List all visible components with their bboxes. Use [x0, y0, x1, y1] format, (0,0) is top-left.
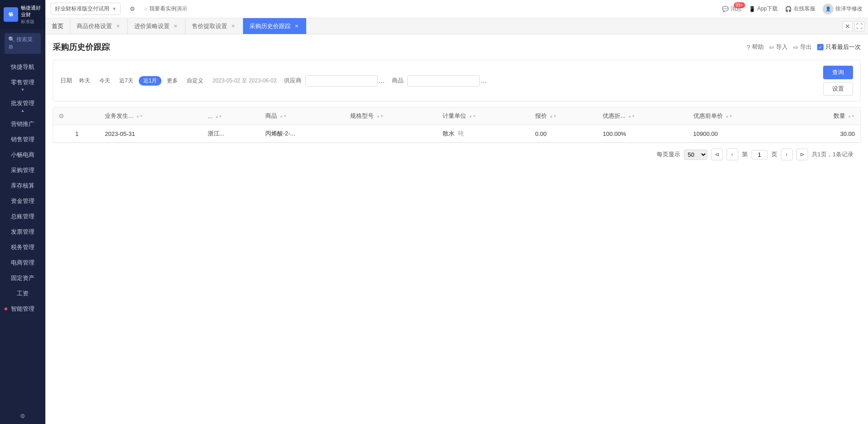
sidebar-item-assets[interactable]: 固定资产: [0, 270, 45, 286]
td-product: 丙烯酸-2-...: [260, 125, 345, 143]
demo-link[interactable]: ○ 我要看实例演示: [144, 5, 187, 13]
tab-close-sale-price[interactable]: ✕: [230, 23, 236, 29]
td-unit: 散水 吨: [437, 125, 530, 143]
user-menu-button[interactable]: 👤 徐泽华修改: [823, 4, 863, 14]
online-service-button[interactable]: 🎧 在线客服: [785, 5, 815, 13]
sort-icon6: ▲▼: [550, 114, 557, 118]
search-menu-button[interactable]: 🔍 搜索菜单: [5, 33, 41, 54]
page-number-input[interactable]: [751, 150, 768, 159]
th-quote[interactable]: 报价 ▲▼: [530, 107, 597, 125]
date-today-btn[interactable]: 今天: [96, 76, 114, 86]
page-size-label: 每页显示: [657, 150, 680, 159]
sidebar-item-purchase[interactable]: 采购管理: [0, 163, 45, 178]
tab-close-price[interactable]: ✕: [115, 23, 121, 29]
sort-icon4: ▲▼: [376, 114, 384, 118]
import-button[interactable]: ⇦ 导入: [769, 43, 788, 51]
sidebar-item-sales[interactable]: 销售管理: [0, 132, 45, 147]
topbar: 好业财标准版交付试用 ▼ ⚙ ○ 我要看实例演示 💬 消息 99+ 📱 App下…: [45, 0, 868, 18]
supplier-label: 供应商: [284, 77, 302, 85]
sidebar-item-quick-nav[interactable]: 快捷导航: [0, 59, 45, 75]
last-only-checkbox[interactable]: ✓: [817, 44, 824, 50]
page-label: 第: [742, 150, 748, 159]
product-input[interactable]: [407, 75, 480, 87]
th-discount[interactable]: 优惠折... ▲▼: [597, 107, 688, 125]
th-business-date[interactable]: 业务发生... ▲▼: [99, 107, 202, 125]
sidebar: 畅 畅捷通好业财 标准版 🔍 搜索菜单 快捷导航 零售管理 ▼ 批发管理 ▲ 营…: [0, 0, 45, 424]
product-more-icon[interactable]: ...: [481, 77, 487, 85]
settings-button[interactable]: 设置: [823, 82, 853, 96]
logo-subtitle: 标准版: [21, 19, 42, 25]
supplier-input[interactable]: [305, 75, 378, 87]
tab-close-history-price[interactable]: ✕: [293, 23, 300, 29]
tab-close-all-button[interactable]: ✕: [843, 21, 853, 31]
sidebar-item-smart[interactable]: 智能管理: [0, 301, 45, 317]
date-last1m-btn[interactable]: 近1月: [139, 76, 162, 86]
tab-sale-price[interactable]: 售价提取设置 ✕: [185, 18, 243, 34]
sidebar-item-finance[interactable]: 资金管理: [0, 193, 45, 209]
version-selector[interactable]: 好业财标准版交付试用 ▼: [51, 3, 121, 15]
page-total-text: 共1页，1条记录: [812, 150, 853, 159]
td-more-cols: 浙江...: [202, 125, 260, 143]
sidebar-item-invoice[interactable]: 发票管理: [0, 224, 45, 240]
selector-arrow-icon: ▼: [112, 6, 117, 11]
tab-history-price[interactable]: 采购历史价跟踪 ✕: [243, 18, 307, 34]
query-button[interactable]: 查询: [823, 66, 853, 79]
help-link[interactable]: ? 帮助: [747, 43, 764, 51]
th-spec[interactable]: 规格型号 ▲▼: [345, 107, 437, 125]
logo-icon: 畅: [4, 7, 18, 22]
table-gear-icon[interactable]: ⚙: [59, 112, 64, 120]
tabbar: 首页 商品价格设置 ✕ 进价策略设置 ✕ 售价提取设置 ✕ 采购历史价跟踪 ✕ …: [45, 18, 868, 34]
page-prev-button[interactable]: ‹: [727, 149, 738, 160]
th-more-cols[interactable]: ... ▲▼: [202, 107, 260, 125]
date-range-text: 2023-05-02 至 2023-06-02: [212, 77, 276, 85]
logo-title: 畅捷通好业财: [21, 5, 42, 19]
page-next-button[interactable]: ›: [781, 149, 793, 160]
td-quote: 0.00: [530, 125, 597, 143]
page-content: 采购历史价跟踪 ? 帮助 ⇦ 导入 ⇨ 导出 ✓ 只: [45, 34, 868, 424]
sidebar-item-marketing[interactable]: 营销推广: [0, 116, 45, 132]
export-button[interactable]: ⇨ 导出: [793, 43, 812, 51]
sidebar-item-ledger[interactable]: 总账管理: [0, 209, 45, 224]
sidebar-item-tax[interactable]: 税务管理: [0, 240, 45, 255]
td-business-date: 2023-05-31: [99, 125, 202, 143]
page-last-button[interactable]: ⊳: [796, 149, 808, 160]
supplier-more-icon[interactable]: ...: [379, 77, 385, 85]
th-unit[interactable]: 计量单位 ▲▼: [437, 107, 530, 125]
sidebar-nav: 快捷导航 零售管理 ▼ 批发管理 ▲ 营销推广 销售管理 小畅电商 采购管理 库…: [0, 58, 45, 318]
last-only-checkbox-label[interactable]: ✓ 只看最后一次: [817, 43, 861, 51]
sidebar-item-retail[interactable]: 零售管理 ▼: [0, 75, 45, 96]
app-download-button[interactable]: 📱 App下载: [749, 5, 778, 13]
sidebar-item-salary[interactable]: 工资: [0, 286, 45, 301]
supplier-filter: 供应商 ...: [284, 75, 385, 87]
tab-expand-button[interactable]: ⛶: [854, 21, 864, 31]
sidebar-item-wholesale[interactable]: 批发管理 ▲: [0, 96, 45, 116]
td-discount: 100.00%: [597, 125, 688, 143]
date-custom-btn[interactable]: 自定义: [183, 76, 207, 86]
sidebar-item-ecommerce-small[interactable]: 小畅电商: [0, 147, 45, 163]
sidebar-item-inventory[interactable]: 库存核算: [0, 178, 45, 193]
th-quantity[interactable]: 数量 ▲▼: [793, 107, 860, 125]
th-pre-discount-price[interactable]: 优惠前单价 ▲▼: [688, 107, 793, 125]
tab-price[interactable]: 商品价格设置 ✕: [70, 18, 128, 34]
sidebar-settings-button[interactable]: ⚙: [0, 408, 45, 424]
tab-close-strategy[interactable]: ✕: [172, 23, 179, 29]
th-index: [70, 107, 99, 125]
pagination: 每页显示 50 10 20 100 ⊲ ‹ 第 页 › ⊳ 共1页，1条记录: [53, 143, 861, 166]
date-last7-btn[interactable]: 近7天: [116, 76, 137, 86]
th-product[interactable]: 商品 ▲▼: [260, 107, 345, 125]
tab-home[interactable]: 首页: [45, 18, 70, 34]
page-title: 采购历史价跟踪: [53, 42, 110, 53]
date-yesterday-btn[interactable]: 昨天: [76, 76, 94, 86]
smart-dot-indicator: [5, 308, 7, 310]
topbar-gear-button[interactable]: ⚙: [126, 3, 139, 15]
page-size-select[interactable]: 50 10 20 100: [684, 149, 707, 160]
page-first-button[interactable]: ⊲: [711, 149, 723, 160]
main-area: 好业财标准版交付试用 ▼ ⚙ ○ 我要看实例演示 💬 消息 99+ 📱 App下…: [45, 0, 868, 424]
td-spec: [345, 125, 437, 143]
headset-icon: 🎧: [785, 6, 792, 12]
date-more-btn[interactable]: 更多: [163, 76, 181, 86]
sidebar-item-ecommerce[interactable]: 电商管理: [0, 255, 45, 270]
message-button[interactable]: 💬 消息 99+: [722, 5, 741, 13]
avatar: 👤: [823, 4, 834, 14]
tab-strategy[interactable]: 进价策略设置 ✕: [128, 18, 185, 34]
